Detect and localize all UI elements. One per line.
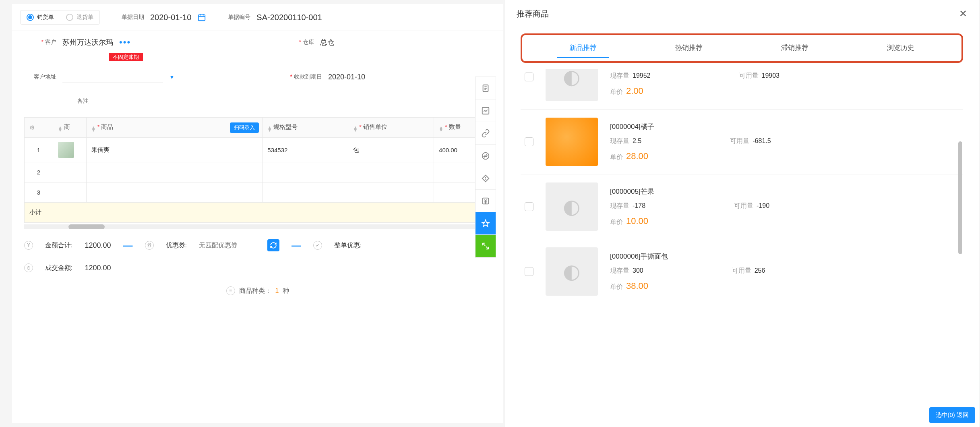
footer: ≡ 商品种类： 1 种	[12, 278, 503, 303]
calendar-icon[interactable]	[197, 13, 206, 22]
stock-value: 300	[633, 267, 643, 274]
remark-group: 备注	[24, 95, 256, 107]
customer-value[interactable]: 苏州万达沃尔玛	[62, 37, 113, 47]
rec-checkbox[interactable]	[525, 73, 533, 81]
rec-tab-1[interactable]: 热销推荐	[663, 38, 715, 58]
rec-tab-3[interactable]: 浏览历史	[875, 38, 926, 58]
amount-value: 1200.00	[85, 241, 111, 250]
rec-item: ◐ [0000005]芒果 现存量-178 可用量-190 单价10.00	[521, 174, 963, 239]
kinds-label: 商品种类：	[239, 287, 271, 295]
rec-tab-0[interactable]: 新品推荐	[557, 38, 609, 58]
minus-icon: —	[292, 240, 301, 251]
price-value: 38.00	[626, 281, 648, 291]
select-return-button[interactable]: 选中(0) 返回	[929, 407, 976, 423]
rec-tab-2[interactable]: 滞销推荐	[769, 38, 821, 58]
sales-order-label: 销货单	[37, 14, 54, 21]
no-group: 单据编号 SA-20200110-001	[218, 13, 322, 22]
scrollbar[interactable]	[958, 141, 962, 254]
no-label: 单据编号	[218, 14, 250, 21]
date-label: 单据日期	[112, 14, 144, 21]
items-table: ⚙ ▲▼商 ▲▼*商品扫码录入 ▲▼规格型号 ▲▼*销售单位 ▲▼*数量 1果倍…	[24, 117, 491, 223]
tag-icon[interactable]	[476, 167, 496, 190]
header-row: 销货单 退货单 单据日期 2020-01-10 单据编号 SA-20200110…	[12, 4, 503, 31]
radio-unselected-icon	[66, 14, 73, 21]
no-value: SA-20200110-001	[256, 13, 322, 22]
exchange-icon[interactable]	[476, 145, 496, 167]
h-scrollbar[interactable]	[24, 224, 491, 229]
doc-icon[interactable]	[476, 77, 496, 99]
date-value[interactable]: 2020-01-10	[150, 13, 191, 22]
kinds-icon: ≡	[226, 286, 235, 295]
warehouse-value[interactable]: 总仓	[320, 37, 335, 47]
order-type-radio-group: 销货单 退货单	[20, 10, 100, 25]
svg-point-3	[482, 152, 489, 159]
rec-item-title: [0000005]芒果	[610, 187, 959, 196]
product-image-icon: ◐	[546, 247, 598, 296]
star-icon[interactable]	[476, 212, 496, 235]
product-thumb-icon	[58, 142, 74, 158]
product-col[interactable]: ▲▼*商品扫码录入	[86, 118, 263, 138]
sales-order-form: 销货单 退货单 单据日期 2020-01-10 单据编号 SA-20200110…	[12, 4, 503, 423]
sort-icon: ▲▼	[58, 126, 62, 132]
chevron-down-icon[interactable]: ▼	[169, 74, 175, 80]
merch-col[interactable]: ▲▼商	[53, 118, 86, 138]
sort-icon: ▲▼	[353, 126, 358, 132]
warehouse-label: *仓库	[282, 39, 314, 46]
return-order-radio[interactable]: 退货单	[66, 14, 93, 21]
stock-value: 19952	[633, 72, 651, 79]
recommend-panel: 推荐商品 ✕ 新品推荐热销推荐滞销推荐浏览历史 ◐ 250ml 现存量19952…	[504, 0, 979, 427]
minus-icon: —	[123, 240, 133, 251]
rec-list: ◐ 250ml 现存量19952 可用量19903 单价2.00 [000000…	[521, 69, 963, 399]
rec-item: ◐ 250ml 现存量19952 可用量19903 单价2.00	[521, 69, 963, 110]
table-row[interactable]: 1果倍爽534532包400.00	[25, 138, 491, 162]
whole-discount-label: 整单优惠:	[334, 241, 362, 250]
unit-col[interactable]: ▲▼*销售单位	[348, 118, 434, 138]
close-icon[interactable]: ✕	[959, 8, 967, 19]
sales-order-radio[interactable]: 销货单	[27, 14, 54, 21]
ellipsis-icon[interactable]: •••	[119, 37, 131, 48]
rec-checkbox[interactable]	[525, 137, 533, 146]
price-value: 28.00	[626, 151, 648, 161]
header-row: ⚙ ▲▼商 ▲▼*商品扫码录入 ▲▼规格型号 ▲▼*销售单位 ▲▼*数量	[25, 118, 491, 138]
avail-value: 19903	[762, 72, 780, 79]
table-row[interactable]: 3	[25, 182, 491, 203]
product-image-icon: ◐	[546, 69, 598, 101]
rec-checkbox[interactable]	[525, 202, 533, 211]
amount-label: 金额合计:	[45, 241, 72, 250]
coupon-label: 优惠券:	[166, 241, 187, 250]
chart-icon[interactable]	[476, 99, 496, 122]
totals-row-1: ¥ 金额合计: 1200.00 — 券 优惠券: — ✓ 整单优惠:	[12, 233, 503, 257]
deal-label: 成交金额:	[45, 264, 72, 272]
rec-header: 推荐商品 ✕	[504, 0, 979, 27]
rec-item-title: [0000004]橘子	[610, 122, 959, 131]
remark-input[interactable]	[95, 95, 256, 107]
spec-col[interactable]: ▲▼规格型号	[263, 118, 348, 138]
refresh-button[interactable]	[267, 239, 279, 251]
avail-value: 256	[755, 267, 765, 274]
product-image-icon: ◐	[546, 182, 598, 231]
gear-col[interactable]: ⚙	[25, 118, 53, 138]
money-icon[interactable]	[476, 190, 496, 212]
coupon-icon: 券	[145, 241, 154, 250]
remark-label: 备注	[24, 97, 89, 105]
expand-icon[interactable]	[476, 235, 496, 257]
rec-title: 推荐商品	[517, 8, 549, 19]
rec-checkbox[interactable]	[525, 267, 533, 276]
table-row[interactable]: 2	[25, 162, 491, 182]
deal-value: 1200.00	[85, 264, 111, 272]
link-icon[interactable]	[476, 122, 496, 145]
kinds-value: 1	[275, 287, 279, 294]
sort-icon: ▲▼	[439, 126, 443, 132]
stock-value: 2.5	[633, 137, 641, 144]
due-date-value[interactable]: 2020-01-10	[328, 73, 365, 81]
scan-entry-button[interactable]: 扫码录入	[230, 122, 259, 133]
rec-item-title: [0000006]手撕面包	[610, 252, 959, 261]
coupon-input[interactable]	[199, 242, 255, 249]
radio-selected-icon	[27, 14, 34, 21]
price-value: 10.00	[626, 216, 648, 226]
sort-icon: ▲▼	[91, 126, 96, 132]
address-input[interactable]	[62, 71, 163, 83]
remark-row: 备注	[12, 89, 503, 113]
price-value: 2.00	[626, 86, 643, 96]
customer-group: *客户 苏州万达沃尔玛 •••	[24, 37, 266, 48]
